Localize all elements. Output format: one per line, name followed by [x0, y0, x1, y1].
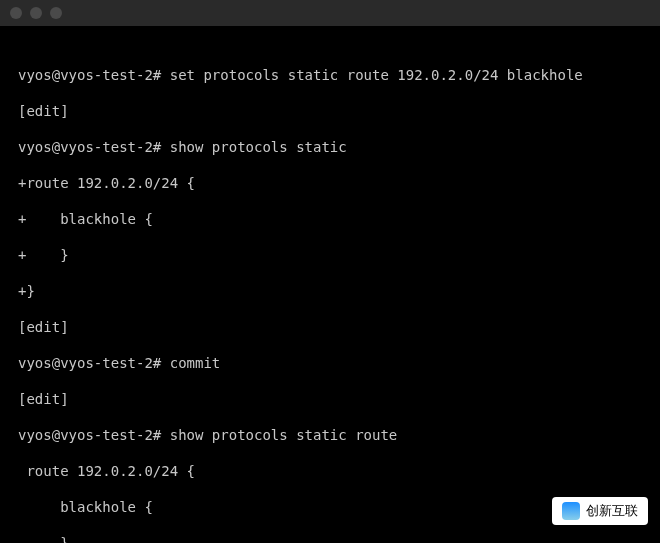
diff-line: + } — [18, 247, 69, 263]
edit-marker: [edit] — [18, 391, 69, 407]
close-icon[interactable] — [10, 7, 22, 19]
diff-line: + blackhole { — [18, 211, 153, 227]
edit-marker: [edit] — [18, 319, 69, 335]
command-text: show protocols static route — [161, 427, 397, 443]
terminal-output[interactable]: vyos@vyos-test-2# set protocols static r… — [0, 26, 660, 543]
diff-line: +} — [18, 283, 35, 299]
shell-prompt: vyos@vyos-test-2# — [18, 355, 161, 371]
watermark-badge: 创新互联 — [552, 497, 648, 525]
command-text: show protocols static — [161, 139, 346, 155]
output-line: blackhole { — [18, 499, 153, 515]
shell-prompt: vyos@vyos-test-2# — [18, 67, 161, 83]
edit-marker: [edit] — [18, 103, 69, 119]
output-line: route 192.0.2.0/24 { — [18, 463, 195, 479]
shell-prompt: vyos@vyos-test-2# — [18, 139, 161, 155]
shell-prompt: vyos@vyos-test-2# — [18, 427, 161, 443]
zoom-icon[interactable] — [50, 7, 62, 19]
watermark-logo-icon — [562, 502, 580, 520]
diff-line: +route 192.0.2.0/24 { — [18, 175, 195, 191]
window-titlebar — [0, 0, 660, 26]
command-text: commit — [161, 355, 220, 371]
minimize-icon[interactable] — [30, 7, 42, 19]
command-text: set protocols static route 192.0.2.0/24 … — [161, 67, 582, 83]
watermark-text: 创新互联 — [586, 502, 638, 520]
output-line: } — [18, 535, 69, 543]
